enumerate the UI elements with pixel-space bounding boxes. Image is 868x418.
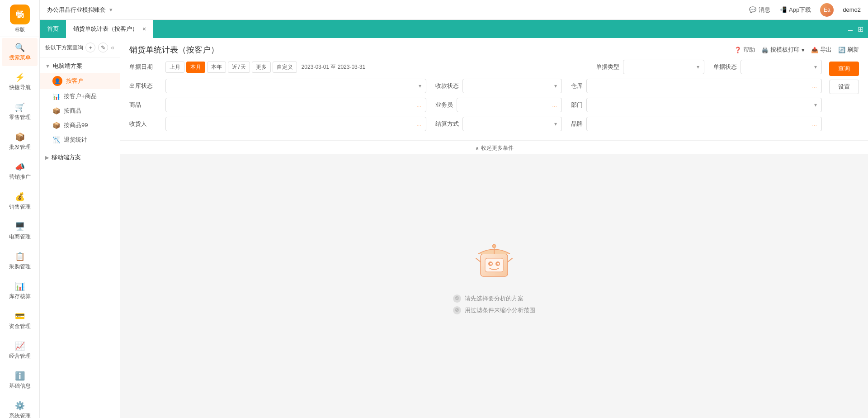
collapse-panel-button[interactable]: « xyxy=(111,44,114,51)
page-title: 销货单统计表（按客户） xyxy=(129,44,219,55)
scheme-item-by-goods99[interactable]: 📦 按商品99 xyxy=(40,118,120,133)
sidebar-item-sales[interactable]: 💰 销售管理 xyxy=(2,187,38,215)
export-icon: 📤 xyxy=(811,47,818,53)
dept-label: 部门 xyxy=(571,101,583,109)
settings-button[interactable]: 设置 xyxy=(829,80,859,94)
stock-status-select[interactable]: ▾ xyxy=(165,79,426,93)
scheme-item-return-stat[interactable]: 📉 退货统计 xyxy=(40,133,120,147)
scheme-item-by-customer[interactable]: 👤 按客户 xyxy=(40,73,120,89)
expand-arrow-icon: ▼ xyxy=(45,63,50,69)
date-btn-this-month[interactable]: 本月 xyxy=(186,62,205,73)
goods-label: 商品 xyxy=(129,101,165,109)
sidebar-item-marketing[interactable]: 📣 营销推广 xyxy=(2,157,38,185)
message-icon: 💬 xyxy=(749,6,756,13)
empty-tip-2: ② 用过滤条件来缩小分析范围 xyxy=(453,306,535,314)
user-avatar[interactable]: Ea xyxy=(820,3,834,17)
edit-scheme-button[interactable]: ✎ xyxy=(98,43,108,52)
download-icon: 📲 xyxy=(779,6,787,13)
date-btn-this-year[interactable]: 本年 xyxy=(207,62,226,73)
add-icon: + xyxy=(89,44,92,51)
query-button[interactable]: 查询 xyxy=(829,62,859,76)
payment-status-select[interactable]: ▾ xyxy=(462,79,562,93)
sidebar-item-wholesale[interactable]: 📦 批发管理 xyxy=(2,128,38,156)
left-panel: 按以下方案查询 + ✎ « ▼ 电脑端方案 xyxy=(40,38,120,418)
bill-status-select[interactable]: ▾ xyxy=(741,60,822,74)
header-right: 💬 消息 📲 App下载 Ea demo2 xyxy=(749,3,861,17)
print-icon: 🖨️ xyxy=(761,47,769,53)
logo-area: 畅 标版 xyxy=(0,0,39,37)
sidebar-item-purchase[interactable]: 📋 采购管理 xyxy=(2,247,38,275)
bill-status-chevron-icon: ▾ xyxy=(814,64,817,70)
sidebar-item-label: 基础信息 xyxy=(9,382,31,390)
left-panel-actions: + ✎ « xyxy=(85,43,114,52)
main-content-wrapper: 销货单统计表（按客户） ❓ 帮助 🖨️ 按模板打印 ▾ 📤 xyxy=(120,38,868,418)
date-btn-custom[interactable]: 自定义 xyxy=(273,62,297,73)
tab-home[interactable]: 首页 xyxy=(40,20,66,38)
left-panel-header: 按以下方案查询 + ✎ « xyxy=(40,38,120,57)
print-button[interactable]: 🖨️ 按模板打印 ▾ xyxy=(761,46,805,54)
collapse-bar[interactable]: ∧ 收起更多条件 xyxy=(120,141,868,154)
scheme-label-by-goods99: 按商品99 xyxy=(64,121,88,129)
app-download-button[interactable]: 📲 App下载 xyxy=(779,6,811,14)
sidebar-item-search[interactable]: 🔍 搜索菜单 xyxy=(2,38,38,66)
date-btn-7days[interactable]: 近7天 xyxy=(228,62,250,73)
empty-illustration xyxy=(467,231,521,285)
sales-icon: 💰 xyxy=(15,192,25,202)
tab-expand-icon[interactable]: ⊞ xyxy=(858,25,863,33)
print-dropdown-icon[interactable]: ▾ xyxy=(802,47,805,53)
goods-input[interactable]: ... xyxy=(165,98,426,112)
message-button[interactable]: 💬 消息 xyxy=(749,6,770,14)
goods-icon-2: 📦 xyxy=(52,122,60,129)
refresh-label: 刷新 xyxy=(847,46,859,54)
warehouse-dots-icon[interactable]: ... xyxy=(812,83,817,90)
salesman-input[interactable]: ... xyxy=(457,98,562,112)
warehouse-input[interactable]: ... xyxy=(586,79,822,93)
mobile-scheme-title[interactable]: ▶ 移动端方案 xyxy=(40,151,120,164)
tab-minimize-icon[interactable]: 🗕 xyxy=(847,25,854,33)
system-icon: ⚙️ xyxy=(15,401,25,411)
goods-dots-icon[interactable]: ... xyxy=(416,102,421,109)
tab-sales-stat[interactable]: 销货单统计表（按客户） × xyxy=(66,20,153,38)
brand-dots-icon[interactable]: ... xyxy=(812,121,817,128)
header-dropdown-icon[interactable]: ▾ xyxy=(109,6,113,13)
sidebar-item-operations[interactable]: 📈 经营管理 xyxy=(2,337,38,365)
inventory-icon: 📊 xyxy=(15,281,25,291)
marketing-icon: 📣 xyxy=(15,162,25,172)
filter-row-4: 收货人 ... 结算方式 ▾ xyxy=(129,117,822,131)
sidebar-item-label: 采购管理 xyxy=(9,263,31,271)
empty-state: ① 请先选择要分析的方案 ② 用过滤条件来缩小分析范围 xyxy=(120,154,868,418)
sidebar-item-inventory[interactable]: 📊 库存核算 xyxy=(2,277,38,305)
retail-icon: 🛒 xyxy=(15,102,25,112)
sidebar-item-finance[interactable]: 💳 资金管理 xyxy=(2,307,38,335)
content-area: 按以下方案查询 + ✎ « ▼ 电脑端方案 xyxy=(40,38,868,418)
date-btn-more[interactable]: 更多 xyxy=(252,62,271,73)
desktop-scheme-title[interactable]: ▼ 电脑端方案 xyxy=(40,59,120,73)
scheme-item-by-goods[interactable]: 📦 按商品 xyxy=(40,104,120,118)
chart-icon-1: 📊 xyxy=(52,93,60,100)
sidebar-item-retail[interactable]: 🛒 零售管理 xyxy=(2,98,38,126)
salesman-dots-icon[interactable]: ... xyxy=(552,102,557,109)
receiver-input[interactable]: ... xyxy=(165,117,426,131)
receiver-dots-icon[interactable]: ... xyxy=(416,121,421,128)
date-btn-last-month[interactable]: 上月 xyxy=(165,62,184,73)
refresh-button[interactable]: 🔄 刷新 xyxy=(838,46,859,54)
add-scheme-button[interactable]: + xyxy=(85,43,95,52)
scheme-item-by-customer-goods[interactable]: 📊 按客户+商品 xyxy=(40,89,120,104)
brand-input[interactable]: ... xyxy=(586,117,822,131)
dept-select[interactable]: ▾ xyxy=(586,98,822,112)
help-button[interactable]: ❓ 帮助 xyxy=(734,46,755,54)
export-button[interactable]: 📤 导出 xyxy=(811,46,832,54)
sidebar-item-ecommerce[interactable]: 🖥️ 电商管理 xyxy=(2,217,38,245)
payment-status-label: 收款状态 xyxy=(435,82,459,90)
sidebar-item-basic[interactable]: ℹ️ 基础信息 xyxy=(2,366,38,394)
bill-type-select[interactable]: ▾ xyxy=(623,60,704,74)
settlement-select[interactable]: ▾ xyxy=(462,117,562,131)
home-tab-label: 首页 xyxy=(47,25,59,33)
filter-row-2: 出库状态 ▾ 收款状态 ▾ xyxy=(129,79,822,93)
svg-line-9 xyxy=(508,258,512,262)
operations-icon: 📈 xyxy=(15,341,25,351)
tab-close-icon[interactable]: × xyxy=(142,25,146,33)
sidebar-item-quick-nav[interactable]: ⚡ 快捷导航 xyxy=(2,68,38,96)
sidebar-item-label: 库存核算 xyxy=(9,293,31,300)
sidebar-item-system[interactable]: ⚙️ 系统管理 xyxy=(2,396,38,418)
